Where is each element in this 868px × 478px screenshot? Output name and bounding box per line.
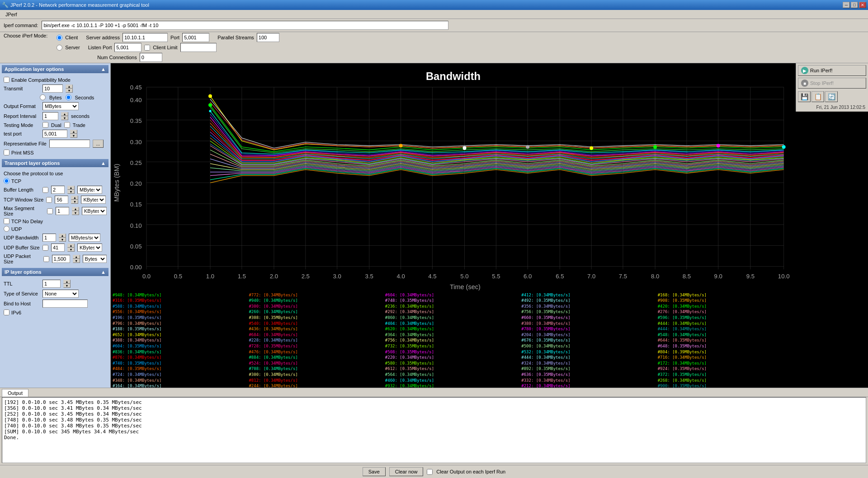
clear-output-checkbox[interactable]	[427, 469, 433, 475]
ip-layer-header[interactable]: IP layer options ▲	[2, 268, 108, 276]
save-icon-button[interactable]: 💾	[798, 91, 811, 102]
udp-bw-spin[interactable]: ▲ ▼	[59, 234, 66, 242]
udp-buffer-unit-select[interactable]: KBytes	[77, 244, 102, 252]
compat-mode-checkbox[interactable]	[4, 77, 9, 83]
client-radio[interactable]	[57, 35, 62, 41]
output-format-select[interactable]: Bytes KBytes MBytes GBytes	[42, 102, 79, 110]
bytes-radio[interactable]	[40, 94, 46, 100]
dual-checkbox[interactable]	[42, 122, 48, 128]
refresh-icon-button[interactable]: 🔄	[825, 91, 838, 102]
ttl-down[interactable]: ▼	[63, 284, 71, 288]
test-port-spin[interactable]: ▲ ▼	[70, 130, 77, 138]
udp-buffer-input[interactable]	[51, 244, 65, 252]
run-label: Run IPerf!	[810, 68, 833, 73]
udp-buffer-up[interactable]: ▲	[67, 244, 75, 248]
buffer-length-input[interactable]	[51, 186, 65, 194]
udp-packet-up[interactable]: ▲	[73, 255, 80, 259]
legend-entry: #268: [0.34MBytes/s]	[658, 378, 794, 384]
buffer-spin[interactable]: ▲ ▼	[67, 186, 75, 194]
seconds-radio[interactable]	[66, 94, 71, 100]
max-segment-spin[interactable]: ▲ ▼	[72, 207, 79, 215]
transmit-spin[interactable]: ▲ ▼	[66, 84, 73, 93]
tcp-window-input[interactable]	[55, 196, 68, 204]
output-text[interactable]: [192] 0.0-10.0 sec 3.45 MBytes 0.35 MByt…	[2, 397, 866, 463]
udp-packet-spin[interactable]: ▲ ▼	[73, 255, 80, 263]
ttl-up[interactable]: ▲	[63, 280, 71, 284]
tcp-window-spin[interactable]: ▲ ▼	[71, 196, 78, 204]
udp-radio[interactable]	[4, 226, 9, 232]
tcp-nodelay-checkbox[interactable]	[4, 218, 9, 224]
copy-icon-button[interactable]: 📋	[811, 91, 824, 102]
udp-packet-checkbox[interactable]	[43, 256, 49, 262]
report-down[interactable]: ▼	[61, 116, 68, 120]
test-port-input[interactable]	[42, 130, 67, 138]
buffer-up[interactable]: ▲	[67, 186, 75, 190]
buffer-length-checkbox[interactable]	[42, 187, 48, 193]
listen-port-input[interactable]	[114, 43, 142, 52]
legend-entry: #196: [0.35MBytes/s]	[113, 315, 249, 321]
close-button[interactable]: ✕	[859, 2, 866, 8]
udp-bw-up[interactable]: ▲	[59, 234, 66, 238]
udp-packet-down[interactable]: ▼	[73, 259, 80, 263]
output-tab[interactable]: Output	[2, 389, 28, 397]
app-layer-header[interactable]: Application layer options ▲	[2, 65, 108, 73]
legend-entry: #812: [0.34MBytes/s]	[249, 378, 385, 384]
save-button[interactable]: Save	[363, 467, 386, 476]
tcp-window-up[interactable]: ▲	[71, 196, 78, 200]
menu-item-jperf[interactable]: JPerf	[2, 11, 21, 18]
tos-select[interactable]: None Low Delay Throughput Reliability	[42, 290, 79, 298]
udp-bw-unit-select[interactable]: MBytes/sec	[69, 234, 100, 242]
ttl-spin[interactable]: ▲ ▼	[63, 280, 71, 288]
report-interval-input[interactable]	[42, 112, 58, 120]
ipv6-label: IPv6	[11, 310, 21, 315]
buffer-unit-select[interactable]: MBytes	[77, 186, 102, 194]
buffer-down[interactable]: ▼	[67, 190, 75, 194]
transport-layer-header[interactable]: Transport layer options ▲	[2, 159, 108, 167]
run-iperf-button[interactable]: ▶ Run IPerf!	[798, 65, 866, 76]
iperf-command-input[interactable]	[42, 21, 448, 30]
udp-buffer-checkbox[interactable]	[42, 245, 48, 251]
transmit-down[interactable]: ▼	[66, 89, 73, 93]
rep-file-input[interactable]	[49, 140, 90, 148]
udp-packet-unit-select[interactable]: Bytes	[83, 255, 107, 263]
udp-buffer-down[interactable]: ▼	[67, 248, 75, 252]
clear-now-button[interactable]: Clear now	[389, 467, 424, 476]
bind-host-input[interactable]	[42, 300, 88, 308]
max-segment-unit-select[interactable]: KBytes	[82, 207, 107, 215]
max-segment-down[interactable]: ▼	[72, 211, 79, 215]
client-limit-input[interactable]	[180, 43, 217, 52]
rep-file-browse[interactable]: ...	[93, 140, 104, 148]
maximize-button[interactable]: □	[851, 2, 858, 8]
max-segment-input[interactable]	[56, 207, 69, 215]
report-spin[interactable]: ▲ ▼	[61, 112, 68, 120]
udp-bw-down[interactable]: ▼	[59, 238, 66, 242]
ipv6-checkbox[interactable]	[4, 309, 9, 315]
test-port-down[interactable]: ▼	[70, 134, 77, 138]
legend-entry: #492: [0.35MBytes/s]	[521, 298, 657, 304]
trade-checkbox[interactable]	[64, 122, 70, 128]
tcp-window-checkbox[interactable]	[46, 197, 52, 203]
print-mss-checkbox[interactable]	[4, 150, 9, 155]
tcp-window-down[interactable]: ▼	[71, 200, 78, 204]
port-input[interactable]	[182, 33, 209, 42]
client-limit-checkbox[interactable]	[144, 45, 150, 51]
parallel-streams-input[interactable]	[257, 33, 279, 42]
server-radio[interactable]	[57, 45, 62, 51]
test-port-up[interactable]: ▲	[70, 130, 77, 134]
transmit-up[interactable]: ▲	[66, 84, 73, 89]
tcp-radio[interactable]	[4, 178, 9, 184]
ttl-input[interactable]	[42, 280, 61, 288]
max-segment-checkbox[interactable]	[47, 208, 53, 214]
tcp-window-unit-select[interactable]: KBytes	[81, 196, 106, 204]
transmit-input[interactable]	[42, 84, 63, 93]
udp-packet-input[interactable]	[52, 255, 70, 263]
report-up[interactable]: ▲	[61, 112, 68, 116]
stop-iperf-button[interactable]: ■ Stop IPerf!	[798, 78, 866, 89]
minimize-button[interactable]: ─	[843, 2, 850, 8]
server-address-input[interactable]	[123, 33, 168, 42]
num-connections-input[interactable]	[140, 53, 162, 62]
legend-entry: #228: [0.34MBytes/s]	[249, 337, 385, 343]
udp-bw-input[interactable]	[42, 234, 56, 242]
max-segment-up[interactable]: ▲	[72, 207, 79, 211]
udp-buffer-spin[interactable]: ▲ ▼	[67, 244, 75, 252]
